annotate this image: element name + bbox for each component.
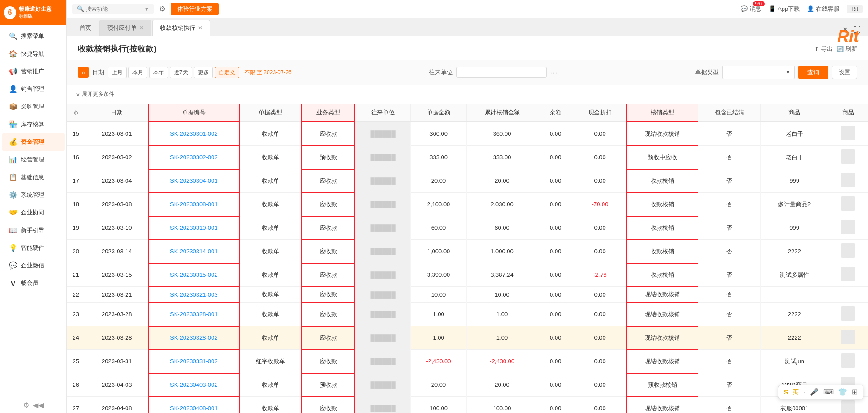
last-month-btn[interactable]: 上月 (108, 67, 127, 78)
cell-voucher-type: 收款单 (239, 216, 302, 240)
table-row: 202023-03-14SK-20230314-001收款单应收款██████1… (67, 240, 868, 263)
cell-cash-discount: 0.00 (573, 146, 627, 169)
logo-icon: 6 (4, 6, 16, 19)
cell-cash-discount: 0.00 (573, 287, 627, 303)
member-icon: V (9, 280, 17, 287)
cell-balance: 0.00 (538, 397, 573, 413)
sidebar-item-sales[interactable]: 👤 销售管理 (2, 81, 65, 98)
cell-cash-discount: 0.00 (573, 397, 627, 413)
sidebar-item-newbie[interactable]: 📖 新手引导 (2, 222, 65, 239)
quick-nav-icon: 🏠 (9, 50, 17, 58)
table-row: 252023-03-31SK-20230331-002红字收款单应收款█████… (67, 350, 868, 373)
sidebar-item-quicknav[interactable]: 🏠 快捷导航 (2, 45, 65, 62)
cell-amount: 10.00 (411, 287, 467, 303)
topbar-dropdown-icon[interactable]: ▼ (144, 6, 149, 12)
cell-include-cleared: 否 (698, 240, 760, 263)
topbar-gear-icon[interactable]: ⚙ (159, 5, 165, 13)
newbie-icon: 📖 (9, 226, 17, 234)
this-month-btn[interactable]: 本月 (128, 67, 147, 78)
tabbar: 首页 预付应付单 ✕ 收款核销执行 ✕ ✕ ⛶ (67, 18, 868, 36)
col-settings[interactable]: ⚙ (67, 104, 85, 122)
col-settings-icon[interactable]: ⚙ (73, 109, 79, 116)
cell-cash-discount: -70.00 (573, 193, 627, 216)
cell-voucher-no[interactable]: SK-20230308-001 (149, 193, 239, 216)
counterparty-input[interactable] (456, 67, 547, 78)
tab-home[interactable]: 首页 (72, 20, 99, 36)
sidebar-item-purchase[interactable]: 📦 采购管理 (2, 98, 65, 115)
online-support-action[interactable]: 👤 在线客服 (807, 5, 840, 13)
cell-voucher-no[interactable]: SK-20230301-002 (149, 122, 239, 146)
col-cancel-type: 核销类型 (627, 104, 698, 122)
cell-counterparty: ██████ (355, 350, 410, 373)
skin-icon[interactable]: 👕 (838, 388, 847, 396)
custom-date-btn[interactable]: 自定义 (215, 67, 239, 78)
solution-btn[interactable]: 体验行业方案 (171, 3, 219, 15)
sidebar-item-basic[interactable]: 📋 基础信息 (2, 169, 65, 186)
purchase-icon: 📦 (9, 103, 17, 111)
sidebar-item-corp[interactable]: 🤝 企业协同 (2, 204, 65, 221)
filter-toggle-btn[interactable]: » (78, 67, 89, 78)
voucher-type-select[interactable]: ▼ (722, 66, 795, 79)
cell-biz-type: 应收款 (302, 122, 355, 146)
cell-voucher-no[interactable]: SK-20230328-002 (149, 326, 239, 350)
cell-row-no: 20 (67, 240, 85, 263)
cell-voucher-no[interactable]: SK-20230403-002 (149, 373, 239, 397)
support-icon: 👤 (807, 5, 814, 12)
cell-voucher-no[interactable]: SK-20230408-001 (149, 397, 239, 413)
filter-settings-btn[interactable]: 设置 (832, 66, 857, 79)
sidebar-item-member[interactable]: V 畅会员 (2, 275, 65, 292)
last-7days-btn[interactable]: 近7天 (170, 67, 192, 78)
col-date: 日期 (85, 104, 149, 122)
topbar-search-input[interactable] (86, 6, 142, 12)
cell-row-no: 24 (67, 326, 85, 350)
online-support-label: 在线客服 (816, 5, 840, 13)
keyboard-icon[interactable]: ⌨ (823, 388, 834, 396)
table-row: 272023-04-08SK-20230408-001收款单应收款██████1… (67, 397, 868, 413)
cell-voucher-no[interactable]: SK-20230315-002 (149, 263, 239, 287)
cell-voucher-no[interactable]: SK-20230304-001 (149, 169, 239, 193)
cell-cash-discount: 0.00 (573, 216, 627, 240)
sidebar-item-ops[interactable]: 📊 经营管理 (2, 151, 65, 168)
mic-icon[interactable]: 🎤 (810, 388, 819, 396)
sidebar-item-smarthw[interactable]: 💡 智能硬件 (2, 239, 65, 256)
cell-voucher-no[interactable]: SK-20230302-002 (149, 146, 239, 169)
apps-icon[interactable]: ⊞ (852, 388, 858, 396)
cell-biz-type: 预收款 (302, 373, 355, 397)
refresh-icon: 🔄 (836, 46, 844, 52)
cell-voucher-no[interactable]: SK-20230310-001 (149, 216, 239, 240)
cell-balance: 0.00 (538, 326, 573, 350)
sidebar-item-wxwork[interactable]: 💬 企业微信 (2, 257, 65, 274)
cell-voucher-no[interactable]: SK-20230321-003 (149, 287, 239, 303)
query-btn[interactable]: 查询 (798, 66, 828, 79)
prepay-tab-close[interactable]: ✕ (139, 25, 144, 31)
sidebar-item-search[interactable]: 🔍 搜索菜单 (2, 28, 65, 45)
cell-voucher-no[interactable]: SK-20230328-001 (149, 303, 239, 326)
topbar-search-wrap[interactable]: 🔍 ▼ (72, 4, 154, 14)
more-date-btn[interactable]: 更多 (194, 67, 213, 78)
cell-balance: 0.00 (538, 193, 573, 216)
export-btn[interactable]: ⬆ 导出 (814, 45, 833, 53)
cell-include-cleared: 否 (698, 373, 760, 397)
sidebar-item-marketing[interactable]: 📢 营销推广 (2, 63, 65, 80)
collapse-icon[interactable]: ◀◀ (33, 401, 44, 409)
sidebar-item-inventory[interactable]: 🏪 库存核算 (2, 116, 65, 133)
app-download-action[interactable]: 📱 App下载 (769, 5, 800, 13)
cell-counterparty: ██████ (355, 169, 410, 193)
cell-cash-discount: -2.76 (573, 263, 627, 287)
sidebar-item-fund[interactable]: 💰 资金管理 (2, 133, 65, 151)
cell-voucher-no[interactable]: SK-20230314-001 (149, 240, 239, 263)
message-action[interactable]: 💬 消息 99+ (741, 5, 761, 13)
cell-cancel-type: 预收中应收 (627, 146, 698, 169)
settings-bottom-icon[interactable]: ⚙ (23, 401, 29, 409)
sidebar-corp-label: 企业协同 (21, 209, 44, 217)
collection-tab-close[interactable]: ✕ (198, 25, 203, 31)
this-year-btn[interactable]: 本年 (149, 67, 168, 78)
cell-voucher-no[interactable]: SK-20230331-002 (149, 350, 239, 373)
tab-prepay[interactable]: 预付应付单 ✕ (99, 20, 151, 36)
user-name-display[interactable]: Rit (847, 5, 863, 13)
tab-collection-exec[interactable]: 收款核销执行 ✕ (152, 20, 210, 36)
cell-date: 2023-03-10 (85, 216, 149, 240)
expand-conditions-btn[interactable]: ∨ 展开更多条件 (71, 89, 864, 100)
sidebar-item-sys[interactable]: ⚙️ 系统管理 (2, 186, 65, 204)
counterparty-filter-label: 往来单位 (429, 68, 453, 76)
